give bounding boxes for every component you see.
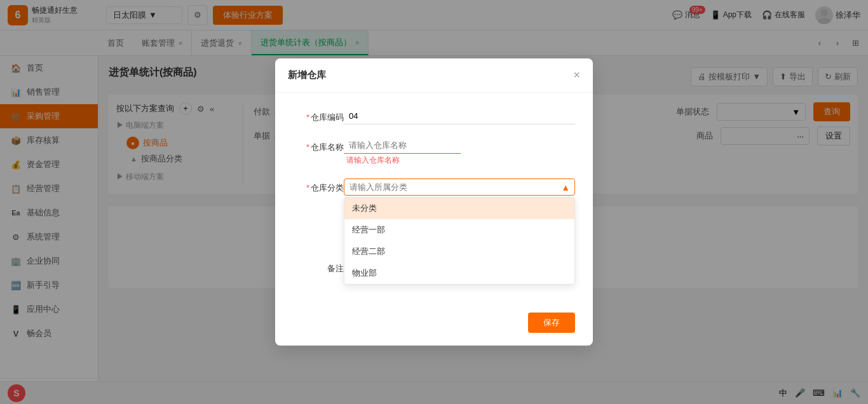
- category-option-dept1[interactable]: 经营一部: [344, 219, 574, 241]
- category-row: 仓库分类 ▲ 未分类 经营一部 经营二部 物业部: [293, 178, 575, 196]
- dialog-footer: 保存: [275, 305, 593, 346]
- save-button[interactable]: 保存: [528, 313, 575, 333]
- dialog-close-button[interactable]: ×: [573, 69, 580, 82]
- dialog-overlay: 新增仓库 × 仓库编码 仓库名称 请输入仓库名称 仓库分类: [0, 0, 868, 404]
- warehouse-name-label: 仓库名称: [293, 138, 344, 153]
- category-option-dept2[interactable]: 经营二部: [344, 241, 574, 262]
- category-dropdown: 未分类 经营一部 经营二部 物业部: [344, 197, 575, 285]
- warehouse-name-row: 仓库名称 请输入仓库名称: [293, 137, 575, 166]
- dialog-header: 新增仓库 ×: [275, 58, 593, 93]
- warehouse-code-input[interactable]: [344, 108, 575, 125]
- warehouse-name-error: 请输入仓库名称: [293, 155, 400, 166]
- dialog-body: 仓库编码 仓库名称 请输入仓库名称 仓库分类 ▲: [275, 93, 593, 305]
- note-label: 备注: [293, 259, 344, 274]
- category-input[interactable]: [344, 178, 575, 196]
- category-input-wrap: ▲: [344, 178, 575, 196]
- dialog-title: 新增仓库: [288, 69, 326, 81]
- category-option-property[interactable]: 物业部: [344, 262, 574, 284]
- new-warehouse-dialog: 新增仓库 × 仓库编码 仓库名称 请输入仓库名称 仓库分类: [275, 58, 593, 346]
- warehouse-name-input[interactable]: [344, 137, 461, 154]
- category-toggle-icon[interactable]: ▲: [561, 182, 570, 192]
- warehouse-code-row: 仓库编码: [293, 108, 575, 125]
- warehouse-code-label: 仓库编码: [293, 108, 344, 123]
- category-option-none[interactable]: 未分类: [344, 198, 574, 219]
- category-label: 仓库分类: [293, 178, 344, 194]
